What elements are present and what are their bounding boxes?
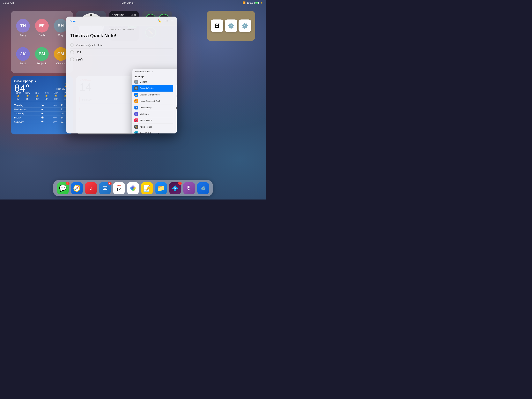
note-item-3[interactable]: Profit [70,56,173,63]
sidebar-item-faceid[interactable]: 👤 Face ID & Passcode [133,130,173,134]
weather-day-thursday: Thursday 🌧 90° 72° [14,112,70,116]
note-checkbox-1[interactable] [70,43,74,47]
control-item-camera[interactable]: − 📷 Camera ≡ [176,125,177,130]
dock-app-music[interactable]: ♪ [85,182,97,194]
weather-day-high-fri: 84° [61,116,64,119]
files-icon: 📁 [157,185,165,192]
weather-hour-icon-3pm: ☀️ [55,95,57,97]
dock-app-mail[interactable]: ✉ 6 [99,182,111,194]
list-icon[interactable]: ☰ [171,19,174,23]
dock-app-calendar[interactable]: MON 14 [113,182,125,194]
slack-badge: 1 [178,182,182,185]
weather-day-name-fri: Friday [14,116,35,119]
note-item-1[interactable]: Create a Quick Note [70,41,173,49]
sidebar-item-accessibility[interactable]: ♿ Accessibility [133,104,173,111]
settings-title: Settings [133,74,173,79]
contact-avatar-emily: EF [35,19,49,32]
contact-item-tracy[interactable]: TH Tracy [16,19,30,37]
note-item-text-2: ??? [76,51,81,54]
sidebar-item-controlcenter[interactable]: ⚙️ Control Center [133,85,173,91]
control-item-flashlight[interactable]: − 🔦 Flashlight ≡ [176,115,177,120]
settings-label-applepencil: Apple Pencil [140,126,152,128]
weather-hour-temp-3pm: 89° [54,98,58,100]
weather-daily: Tuesday 🌦 50% 92° 74° Wednesday 🌧 91° 72… [14,103,70,124]
weather-day-name-wed: Wednesday [14,108,35,111]
sidebar-item-wallpaper[interactable]: 🖼 Wallpaper [133,111,173,117]
weather-day-high-sat: 82° [61,120,64,123]
charging-icon: ⚡ [260,1,263,4]
settings-icon-controlcenter: ⚙️ [134,86,138,90]
music-icon: ♪ [89,185,93,192]
settings-icon-wallpaper: 🖼 [134,112,138,116]
svg-point-5 [132,186,134,189]
contact-avatar-jacob: JK [16,47,30,61]
clock-num-12: 12 [90,14,92,16]
status-right-area: 📶 100% ⚡ [242,1,263,4]
app-icon-settings1[interactable]: ⚙️ [225,19,237,32]
sidebar-item-applepencil[interactable]: ✏️ Apple Pencil [133,124,173,130]
sidebar-item-display[interactable]: 🌙 Display & Brightness [133,91,173,98]
dock-app-slack[interactable]: 💠 1 [169,182,181,194]
contact-item-chance[interactable]: CM Chance [54,47,68,65]
wifi-icon: 📶 [242,1,246,4]
quicknote-header: Done ✏️ ••• ☰ [66,17,177,26]
contact-item-rory[interactable]: RH Rory [54,19,68,37]
sidebar-item-homescreen[interactable]: 🏠 Home Screen & Dock [133,98,173,104]
app-icon-settings2[interactable]: ⚙️ [239,19,251,32]
weather-hour-3pm: 3PM ☀️ 89° [52,92,60,100]
app-icon-photo[interactable]: 🖼 [211,19,223,32]
settings-icon-siri: 🎤 [134,118,138,122]
note-item-2[interactable]: ??? [70,49,173,56]
settings-label-homescreen: Home Screen & Dock [140,100,160,102]
settings-body: Settings ⚙️ General ⚙️ Control Center 🌙 … [133,74,177,134]
weather-day-icon-thu: 🌧 [35,112,50,115]
weather-day-pct-fri: 40% [50,116,61,119]
compose-icon[interactable]: ✏️ [158,19,161,23]
settings-panel-title: Control Center [176,76,177,81]
settings-status-bar: 8:40 AM Mon Jun 14 ••• 📶 100%🔋 [133,69,177,74]
safari-icon: 🧭 [73,185,81,192]
contact-name-emily: Emily [39,34,45,37]
settings-icon-general: ⚙️ [134,80,138,84]
dock-app-photos[interactable] [127,182,139,194]
dock-app-messages[interactable]: 💬 3 [57,182,69,194]
notes-icon: 📝 [143,185,151,192]
contact-item-emily[interactable]: EF Emily [35,19,49,37]
contact-avatar-tracy: TH [16,19,30,32]
note-checkbox-2[interactable] [70,50,74,54]
weather-day-icon-wed: 🌧 [35,108,50,111]
note-checkbox-3[interactable] [70,58,74,61]
weather-hour-temp-11am: 87° [17,98,20,100]
messages-badge: 3 [66,182,70,185]
dock-app-safari-settings[interactable]: ⚙️ [197,182,209,194]
settings-label-accessibility: Accessibility [140,106,152,109]
more-icon[interactable]: ••• [165,19,168,23]
contact-item-jacob[interactable]: JK Jacob [16,47,30,65]
control-item-silent[interactable]: − 🔕 Silent Mode ≡ [176,110,177,115]
dock-app-notes[interactable]: 📝 [141,182,153,194]
settings-toggle-home: Show Home Controls Include recommended c… [176,97,177,105]
control-item-notes[interactable]: − 📝 Notes ≡ [176,120,177,125]
note-timestamp: June 14, 2021 at 10:06 AM [66,26,177,33]
sidebar-item-general[interactable]: ⚙️ General [133,79,173,85]
control-item-appletvremote[interactable]: − 📱 Apple TV Remote ≡ [176,130,177,134]
stock-ticker-doge: DOGE-USD [112,14,124,17]
settings-sidebar: Settings ⚙️ General ⚙️ Control Center 🌙 … [133,74,173,134]
contact-name-rory: Rory [58,34,63,37]
done-button[interactable]: Done [70,20,76,23]
weather-day-pct-tue: 50% [50,104,61,107]
contact-item-benjamin[interactable]: BM Benjamin [35,47,49,65]
sidebar-item-siri[interactable]: 🎤 Siri & Search [133,117,173,124]
weather-hour-temp-12pm: 89° [26,98,29,100]
contact-name-benjamin: Benjamin [37,62,47,65]
dock-app-safari[interactable]: 🧭 [71,182,83,194]
weather-hour-label-1pm: 1PM [35,92,39,94]
photos-icon [129,184,137,192]
note-item-text-3: Profit [76,58,83,61]
settings-content: Control Center Swipe down from the top-r… [173,74,177,134]
dock-app-files[interactable]: 📁 [155,182,167,194]
weather-day-high-tue: 92° [61,104,64,107]
weather-day-icon-tue: 🌦 [35,104,50,107]
settings-icon-homescreen: 🏠 [134,99,138,103]
dock-app-podcasts[interactable]: 🎙 [183,182,195,194]
